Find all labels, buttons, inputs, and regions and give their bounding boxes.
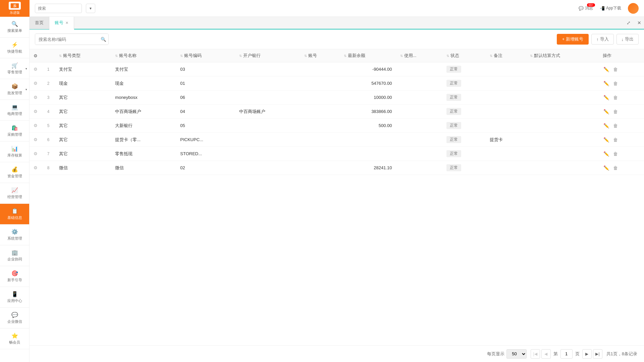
row-account-2	[300, 90, 340, 105]
add-account-button[interactable]: + 新增账号	[557, 34, 589, 45]
delete-button-6[interactable]: 🗑	[612, 150, 619, 157]
delete-button-3[interactable]: 🗑	[612, 108, 619, 115]
sidebar-item-guide[interactable]: 🎯 新手引导	[0, 266, 29, 287]
next-page-button[interactable]: ▶	[582, 349, 592, 359]
page-size-selector: 每页显示 50 100 200	[487, 349, 527, 359]
row-gear-7[interactable]: ⚙	[30, 161, 42, 175]
content-area: 🔍 + 新增账号 ↑ 导入 ↓ 导出	[30, 29, 644, 362]
col-code[interactable]: ⇅账号编码	[176, 49, 235, 62]
import-button[interactable]: ↑ 导入	[591, 34, 614, 45]
row-code-3: 04	[176, 105, 235, 119]
row-gear-2[interactable]: ⚙	[30, 90, 42, 105]
col-gear[interactable]: ⚙	[30, 49, 42, 62]
edit-button-1[interactable]: ✏️	[603, 80, 610, 87]
row-remark-3	[486, 105, 526, 119]
col-account[interactable]: ⇅账号	[300, 49, 340, 62]
sidebar-item-operations[interactable]: 📈 经营管理	[0, 183, 29, 204]
delete-button-1[interactable]: 🗑	[612, 80, 619, 87]
edit-button-6[interactable]: ✏️	[603, 150, 610, 157]
sidebar-item-system[interactable]: ⚙️ 系统管理	[0, 225, 29, 245]
row-type-0: 支付宝	[55, 62, 111, 76]
sidebar-item-enterprise[interactable]: 🏢 企业协同	[0, 245, 29, 266]
row-usage-2	[396, 90, 443, 105]
message-button[interactable]: 💬 消息 99+	[579, 5, 593, 11]
sidebar-item-basic-info[interactable]: 📋 基础信息	[0, 204, 29, 225]
tab-maximize-button[interactable]: ⤢	[624, 18, 633, 27]
col-default-settle[interactable]: ⇅默认结算方式	[526, 49, 599, 62]
col-remark[interactable]: ⇅备注	[486, 49, 526, 62]
edit-button-0[interactable]: ✏️	[603, 66, 610, 73]
sidebar-item-wholesale[interactable]: 📦 批发管理 ▾	[0, 79, 29, 100]
row-gear-4[interactable]: ⚙	[30, 119, 42, 133]
header-search-input[interactable]	[35, 4, 82, 13]
col-status[interactable]: ⇅状态	[442, 49, 486, 62]
row-account-3	[300, 105, 340, 119]
edit-button-3[interactable]: ✏️	[603, 108, 610, 115]
row-bank-2	[235, 90, 300, 105]
sidebar-item-purchase[interactable]: 🛍️ 采购管理	[0, 121, 29, 141]
sidebar-item-ecommerce[interactable]: 💻 电商管理	[0, 100, 29, 121]
delete-button-0[interactable]: 🗑	[612, 66, 619, 73]
col-balance[interactable]: ⇅最新余额	[340, 49, 396, 62]
quick-nav-icon: ⚡	[11, 42, 18, 48]
row-gear-1[interactable]: ⚙	[30, 76, 42, 90]
sidebar-item-quick-nav[interactable]: ⚡ 快捷导航	[0, 38, 29, 58]
delete-button-7[interactable]: 🗑	[612, 165, 619, 171]
row-num-6: 7	[42, 147, 55, 161]
delete-button-4[interactable]: 🗑	[612, 122, 619, 129]
row-bank-5	[235, 133, 300, 147]
row-gear-3[interactable]: ⚙	[30, 105, 42, 119]
sidebar-item-search-menu[interactable]: 🔍 搜索菜单	[0, 17, 29, 38]
row-balance-7: 28241.10	[340, 161, 396, 175]
page-number-input[interactable]	[560, 349, 573, 359]
row-bank-3: 中百商场账户	[235, 105, 300, 119]
sidebar-item-vip[interactable]: ⭐ 畅会员	[0, 328, 29, 349]
pagination-bar: 每页显示 50 100 200 |◀ ◀ 第 页 ▶ ▶| 共1页，8条记录	[30, 345, 644, 362]
row-status-2: 正常	[442, 90, 486, 105]
row-account-4	[300, 119, 340, 133]
last-page-button[interactable]: ▶|	[593, 349, 602, 359]
tab-home[interactable]: 首页	[30, 16, 49, 29]
col-usage[interactable]: ⇅使用...	[396, 49, 443, 62]
app-center-icon: 📱	[11, 291, 18, 297]
row-usage-0	[396, 62, 443, 76]
col-type[interactable]: ⇅账号类型	[55, 49, 111, 62]
sidebar-item-inventory[interactable]: 📊 库存核算	[0, 141, 29, 162]
prev-page-button[interactable]: ◀	[541, 349, 551, 359]
sidebar-item-retail[interactable]: 🛒 零售管理 ▾	[0, 58, 29, 79]
search-input[interactable]	[35, 34, 98, 45]
page-size-select[interactable]: 50 100 200	[506, 349, 527, 359]
edit-button-7[interactable]: ✏️	[603, 165, 610, 171]
edit-button-4[interactable]: ✏️	[603, 122, 610, 129]
tab-account[interactable]: 账号 ✕	[49, 17, 74, 29]
sidebar: 乐 乐进版 🔍 搜索菜单 ⚡ 快捷导航 🛒 零售管理 ▾ 📦 批发管理 ▾ 💻 …	[0, 0, 30, 362]
row-gear-0[interactable]: ⚙	[30, 62, 42, 76]
enterprise-icon: 🏢	[11, 249, 18, 256]
sidebar-item-app-center[interactable]: 📱 应用中心	[0, 287, 29, 308]
row-balance-0: -90444.00	[340, 62, 396, 76]
sidebar-item-enterprise-wechat[interactable]: 💬 企业微信	[0, 308, 29, 328]
search-box: 🔍	[35, 34, 109, 45]
sidebar-item-finance[interactable]: 💰 资金管理	[0, 162, 29, 183]
tab-close-icon[interactable]: ✕	[65, 21, 68, 25]
row-gear-5[interactable]: ⚙	[30, 133, 42, 147]
app-download-button[interactable]: 📲 App下载	[600, 5, 621, 11]
header-dropdown-button[interactable]: ▾	[86, 4, 95, 13]
first-page-button[interactable]: |◀	[531, 349, 540, 359]
row-usage-6	[396, 147, 443, 161]
edit-button-5[interactable]: ✏️	[603, 136, 610, 143]
row-account-6	[300, 147, 340, 161]
row-gear-6[interactable]: ⚙	[30, 147, 42, 161]
user-avatar[interactable]	[628, 3, 639, 14]
col-bank[interactable]: ⇅开户银行	[235, 49, 300, 62]
delete-button-5[interactable]: 🗑	[612, 136, 619, 143]
app-logo[interactable]: 乐 乐进版	[0, 0, 30, 17]
export-button[interactable]: ↓ 导出	[616, 34, 639, 45]
search-button[interactable]: 🔍	[98, 34, 108, 45]
col-name[interactable]: ⇅账号名称	[111, 49, 176, 62]
tab-close-all-button[interactable]: ✕	[635, 18, 644, 27]
delete-button-2[interactable]: 🗑	[612, 94, 619, 101]
row-status-5: 正常	[442, 133, 486, 147]
edit-button-2[interactable]: ✏️	[603, 94, 610, 101]
row-code-1: 01	[176, 76, 235, 90]
